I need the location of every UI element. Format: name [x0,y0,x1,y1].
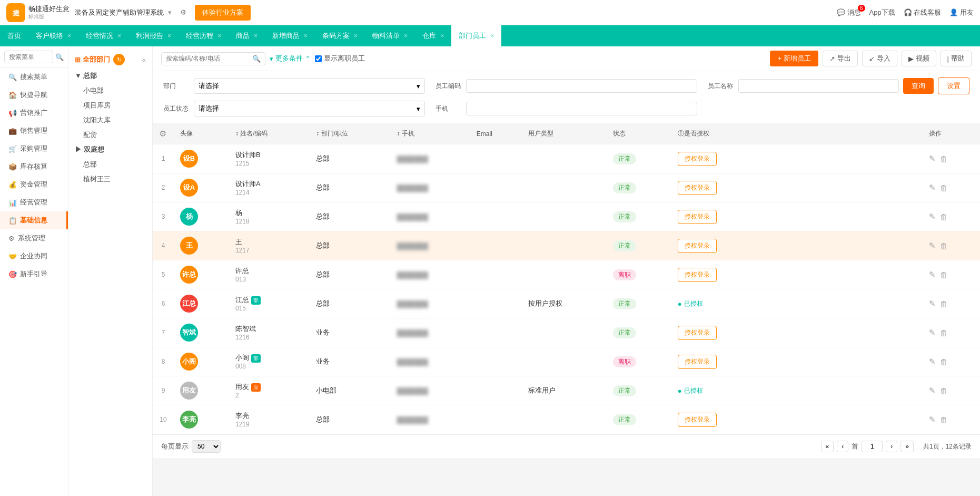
tab-history[interactable]: 经营历程 × [179,25,229,46]
settings-button[interactable]: 设置 [938,77,969,94]
emp-status-select[interactable]: 请选择 ▾ [194,101,425,116]
edit-icon[interactable]: ✎ [929,212,936,221]
tree-item-peihuo[interactable]: 配货 [68,128,152,142]
message-icon[interactable]: 💬 消息 6 [837,8,861,17]
auth-login-btn[interactable]: 授权登录 [678,268,717,282]
trial-button[interactable]: 体验行业方案 [195,5,251,21]
app-download-link[interactable]: App下载 [869,8,895,17]
tab-customer[interactable]: 客户联络 × [28,25,78,46]
edit-icon[interactable]: ✎ [929,357,936,366]
last-page-btn[interactable]: » [900,441,914,452]
tab-add-goods[interactable]: 新增商品 × [265,25,315,46]
tab-profit[interactable]: 利润报告 × [128,25,179,46]
auth-login-btn[interactable]: 授权登录 [678,210,717,224]
edit-icon[interactable]: ✎ [929,328,936,337]
tab-department[interactable]: 部门员工 × [451,25,501,46]
auth-login-btn[interactable]: 授权登录 [678,326,717,340]
edit-icon[interactable]: ✎ [929,241,936,250]
search-input[interactable] [166,55,250,62]
show-resigned-checkbox[interactable]: 显示离职员工 [315,54,365,63]
all-dept-label[interactable]: ⊞ 全部部门 [75,55,110,64]
tree-item-shuangtingxiang[interactable]: ▶ 双庭想 [68,142,152,157]
tree-item-shenyangdaku[interactable]: 沈阳大库 [68,113,152,128]
first-page-btn[interactable]: « [821,441,834,452]
sidebar-item-collab[interactable]: 🤝企业协同 [0,247,68,265]
auth-login-btn[interactable]: 授权登录 [678,181,717,195]
user-menu[interactable]: 👤 用友 [949,8,974,17]
sidebar-item-system[interactable]: ⚙系统管理 [0,229,68,247]
view-button[interactable]: ▶ 视频 [902,51,936,66]
tree-item-zhishuwangsan[interactable]: 植树王三 [68,172,152,187]
sidebar-item-purchase[interactable]: 🛒采购管理 [0,140,68,158]
add-employee-button[interactable]: + 新增员工 [770,51,818,66]
emp-code-input[interactable] [466,79,697,93]
search-icon[interactable]: 🔍 [252,55,261,63]
tab-bom[interactable]: 物料清单 × [365,25,415,46]
delete-icon[interactable]: 🗑 [940,154,948,163]
auth-login-btn[interactable]: 授权登录 [678,413,717,427]
online-service-link[interactable]: 🎧 在线客服 [904,8,942,17]
col-settings-header[interactable]: ⚙ [153,123,174,144]
sidebar-search-icon[interactable]: 🔍 [55,53,64,61]
tab-close-icon[interactable]: × [354,32,358,40]
col-name-header[interactable]: ↕ 姓名/编码 [229,123,310,144]
tab-business[interactable]: 经营情况 × [78,25,128,46]
import-button[interactable]: ↙ 导入 [862,51,897,66]
delete-icon[interactable]: 🗑 [940,357,948,366]
delete-icon[interactable]: 🗑 [940,299,948,308]
help-button[interactable]: | 帮助 [941,51,972,66]
tab-close-icon[interactable]: × [304,32,308,40]
tab-close-icon[interactable]: × [440,32,444,40]
tree-item-zongbu[interactable]: 总部 [68,157,152,172]
col-phone-header[interactable]: ↕ 手机 [391,123,470,144]
tab-close-icon[interactable]: × [217,32,221,40]
dept-refresh-btn[interactable]: ↻ [113,54,125,65]
auth-login-btn[interactable]: 授权登录 [678,152,717,166]
dept-filter-select[interactable]: 请选择 ▾ [194,78,425,94]
delete-icon[interactable]: 🗑 [940,386,948,395]
sidebar-item-quicknav[interactable]: 🏠快捷导航 [0,86,68,104]
settings-icon[interactable]: ⚙ [176,5,191,20]
sidebar-item-inventory[interactable]: 📦库存核算 [0,158,68,176]
more-filter-btn[interactable]: ▾ 更多条件 ⌃ [270,54,311,63]
tab-barcode[interactable]: 条码方案 × [315,25,365,46]
sidebar-item-search[interactable]: 🔍搜索菜单 [0,68,68,86]
tab-close-icon[interactable]: × [117,32,121,40]
prev-page-btn[interactable]: ‹ [837,441,848,452]
tab-close-icon[interactable]: × [404,32,408,40]
page-size-select[interactable]: 50 100 [192,440,221,453]
sidebar-item-guide[interactable]: 🎯新手引导 [0,265,68,283]
edit-icon[interactable]: ✎ [929,415,936,424]
tab-close-icon[interactable]: × [490,32,494,40]
emp-name-input[interactable] [738,79,899,93]
tab-close-icon[interactable]: × [67,32,71,40]
tab-warehouse[interactable]: 仓库 × [415,25,451,46]
export-button[interactable]: ↗ 导出 [823,51,858,66]
tab-home[interactable]: 首页 [0,25,28,46]
delete-icon[interactable]: 🗑 [940,212,948,221]
delete-icon[interactable]: 🗑 [940,415,948,424]
delete-icon[interactable]: 🗑 [940,241,948,250]
col-dept-header[interactable]: ↕ 部门/职位 [310,123,390,144]
edit-icon[interactable]: ✎ [929,154,936,163]
phone-input[interactable] [466,102,697,115]
edit-icon[interactable]: ✎ [929,270,936,279]
sidebar-item-operations[interactable]: 📊经营管理 [0,193,68,211]
edit-icon[interactable]: ✎ [929,299,936,308]
dept-collapse-btn[interactable]: « [142,56,146,64]
sidebar-item-basic[interactable]: 📋基础信息 [0,211,68,229]
tab-close-icon[interactable]: × [254,32,258,40]
page-input[interactable] [862,441,883,452]
next-page-btn[interactable]: › [886,441,897,452]
auth-login-btn[interactable]: 授权登录 [678,355,717,369]
auth-login-btn[interactable]: 授权登录 [678,239,717,253]
search-button[interactable]: 查询 [903,78,934,94]
tab-close-icon[interactable]: × [167,32,171,40]
delete-icon[interactable]: 🗑 [940,183,948,192]
tree-item-general[interactable]: ▼ 总部 [68,69,152,83]
sidebar-search-input[interactable] [4,51,53,63]
sidebar-item-marketing[interactable]: 📢营销推广 [0,104,68,122]
edit-icon[interactable]: ✎ [929,386,936,395]
system-dropdown-icon[interactable]: ▾ [168,8,172,16]
tree-item-xiangmukufang[interactable]: 项目库房 [68,98,152,113]
